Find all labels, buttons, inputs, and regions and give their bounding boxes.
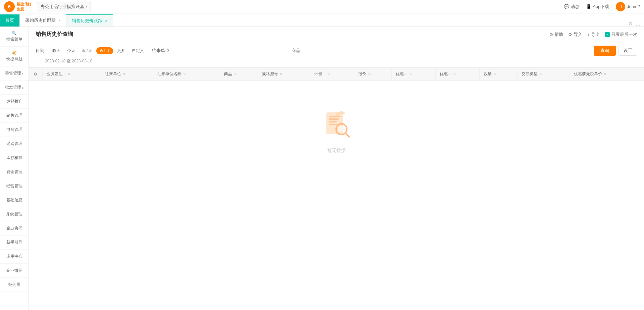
table-col-discount2[interactable]: 优惠... ⇅: [436, 68, 480, 81]
partner-label: 往来单位: [152, 48, 169, 54]
table-col-trade-type[interactable]: 交易类型 ⇅: [517, 68, 570, 81]
import-button[interactable]: ⟳ 导入: [569, 32, 582, 38]
close-purchase-tab[interactable]: ×: [58, 18, 61, 23]
sidebar-item-member[interactable]: 畅会员: [0, 278, 29, 292]
message-button[interactable]: 💬 消息: [564, 4, 579, 10]
search-button[interactable]: 查询: [594, 46, 616, 56]
sidebar-item-retail[interactable]: 零售管理 ▾: [0, 66, 29, 81]
maximize-button[interactable]: ⛶: [635, 20, 641, 27]
sidebar-item-finance-label: 资金管理: [6, 169, 22, 175]
sidebar-item-newbie-label: 新手引导: [6, 240, 22, 245]
svg-rect-2: [329, 118, 339, 120]
sidebar-item-system[interactable]: 系统管理: [0, 207, 29, 221]
settings-icon: ⚙: [34, 72, 37, 76]
date-more[interactable]: 更多: [114, 47, 128, 54]
filter-bar: 日期 昨天 今天 近7天 近1月 更多 自定义 往来单位 ... 商品: [29, 42, 644, 68]
table-col-quote[interactable]: 报价 ⇅: [354, 68, 392, 81]
table-col-product[interactable]: 商品 ⇅: [220, 68, 258, 81]
sidebar-item-apps-label: 应用中心: [6, 254, 22, 259]
sidebar-item-wholesale[interactable]: 批发管理 ▴: [0, 81, 29, 95]
search-icon: 🔍: [12, 31, 17, 36]
sort-icon: ⇅: [123, 72, 125, 76]
date-last1m[interactable]: 近1月: [96, 47, 113, 54]
company-selector[interactable]: 办公用品行业模拟账套 ▾: [37, 2, 91, 11]
sidebar-item-finance[interactable]: 资金管理: [0, 165, 29, 179]
sidebar-item-purchase-label: 采购管理: [6, 141, 22, 147]
table-col-partner-code[interactable]: 往来单位 ⇅: [101, 68, 153, 81]
sidebar-item-wechat-label: 企业微信: [6, 268, 22, 273]
close-sales-tab[interactable]: ×: [105, 18, 107, 23]
settings-button[interactable]: 设置: [619, 46, 637, 56]
table-col-unit[interactable]: 计量... ⇅: [310, 68, 354, 81]
table-col-biz-date[interactable]: 业务发生... ⇅: [42, 68, 101, 81]
sidebar-item-sales-mgmt[interactable]: 销售管理: [0, 109, 29, 123]
tab-home[interactable]: 首页: [0, 14, 20, 27]
sidebar-item-apps[interactable]: 应用中心: [0, 250, 29, 264]
date-last7[interactable]: 近7天: [79, 47, 95, 54]
table-col-discount1[interactable]: 优惠... ⇅: [392, 68, 436, 81]
empty-state: 暂无数据: [29, 81, 644, 180]
partner-filter: 往来单位 ...: [152, 47, 286, 54]
sort-icon: ⇅: [604, 72, 606, 76]
partner-picker-button[interactable]: ...: [282, 48, 286, 54]
sidebar-item-quicknav[interactable]: 🧭 快捷导航: [0, 47, 29, 66]
sidebar-item-operations[interactable]: 经营管理: [0, 179, 29, 193]
sidebar-item-marketing-label: 营销推广: [7, 99, 23, 104]
close-all-tabs-button[interactable]: ✕: [628, 20, 633, 27]
product-picker-button[interactable]: ...: [421, 48, 426, 54]
sort-icon: ⇅: [539, 72, 542, 76]
sidebar-item-operations-label: 经营管理: [6, 183, 22, 189]
logo-text: 畅捷信好生意: [17, 2, 33, 11]
sidebar-item-newbie[interactable]: 新手引导: [0, 236, 29, 250]
svg-rect-1: [329, 116, 341, 117]
sidebar-item-wholesale-label: 批发管理: [5, 85, 21, 90]
product-input[interactable]: [302, 47, 419, 54]
chevron-down-icon: ▾: [22, 71, 23, 75]
date-custom[interactable]: 自定义: [129, 47, 147, 54]
table-header-row: ⚙ 业务发生... ⇅ 往来单位 ⇅ 往来单位名称: [29, 68, 644, 81]
sidebar-item-marketing[interactable]: 营销推广: [0, 95, 29, 109]
date-options: 昨天 今天 近7天 近1月 更多 自定义: [50, 47, 147, 54]
sidebar-item-member-label: 畅会员: [8, 282, 20, 288]
sidebar-item-search[interactable]: 🔍 搜索菜单: [0, 27, 29, 47]
sort-icon: ⇅: [234, 72, 237, 76]
sidebar-item-inventory[interactable]: 库存核算: [0, 151, 29, 165]
sidebar-item-basic[interactable]: 基础信息: [0, 193, 29, 207]
tab-sales-label: 销售历史价跟踪: [72, 18, 102, 24]
svg-rect-3: [329, 121, 337, 122]
sidebar-item-enterprise[interactable]: 企业协同: [0, 221, 29, 236]
user-menu[interactable]: d demo2: [616, 2, 640, 11]
sort-icon: ⇅: [280, 72, 282, 76]
sidebar-item-ecommerce[interactable]: 电商管理: [0, 123, 29, 137]
sidebar-item-inventory-label: 库存核算: [6, 155, 22, 161]
table-col-partner-name[interactable]: 往来单位名称 ⇅: [153, 68, 220, 81]
table-col-settings[interactable]: ⚙: [29, 68, 42, 81]
svg-rect-4: [329, 124, 338, 125]
sort-icon: ⇅: [327, 72, 330, 76]
compass-icon: 🧭: [12, 51, 17, 55]
table-col-quantity[interactable]: 数量 ⇅: [480, 68, 518, 81]
table-col-spec[interactable]: 规格型号 ⇅: [258, 68, 310, 81]
partner-input[interactable]: [171, 47, 280, 54]
sidebar-item-wechat[interactable]: 企业微信: [0, 264, 29, 278]
help-icon: ⊙: [549, 32, 553, 37]
help-button[interactable]: ⊙ 帮助: [549, 32, 563, 38]
app-download-button[interactable]: 📱 App下载: [586, 4, 609, 10]
product-filter: 商品 ...: [291, 47, 426, 54]
date-label: 日期: [36, 48, 44, 54]
table-col-pretax-price[interactable]: 优惠前无税单价 ⇅: [570, 68, 644, 81]
table-container: ⚙ 业务发生... ⇅ 往来单位 ⇅ 往来单位名称: [29, 68, 644, 310]
date-yesterday[interactable]: 昨天: [50, 47, 63, 54]
sidebar-item-sales-label: 销售管理: [6, 113, 22, 118]
only-last-checkbox[interactable]: ✓ 只看最后一次: [605, 32, 637, 38]
export-button[interactable]: ↓ 导出: [588, 32, 600, 38]
tab-sales[interactable]: 销售历史价跟踪 ×: [66, 14, 113, 27]
sort-icon: ⇅: [183, 72, 186, 76]
tab-purchase[interactable]: 采购历史价跟踪 ×: [20, 14, 66, 27]
svg-line-7: [345, 133, 349, 137]
sidebar-item-quicknav-label: 快捷导航: [6, 56, 22, 62]
date-today[interactable]: 今天: [64, 47, 78, 54]
sidebar-item-retail-label: 零售管理: [5, 70, 21, 76]
message-icon: 💬: [564, 4, 569, 9]
sidebar-item-purchase[interactable]: 采购管理: [0, 137, 29, 151]
